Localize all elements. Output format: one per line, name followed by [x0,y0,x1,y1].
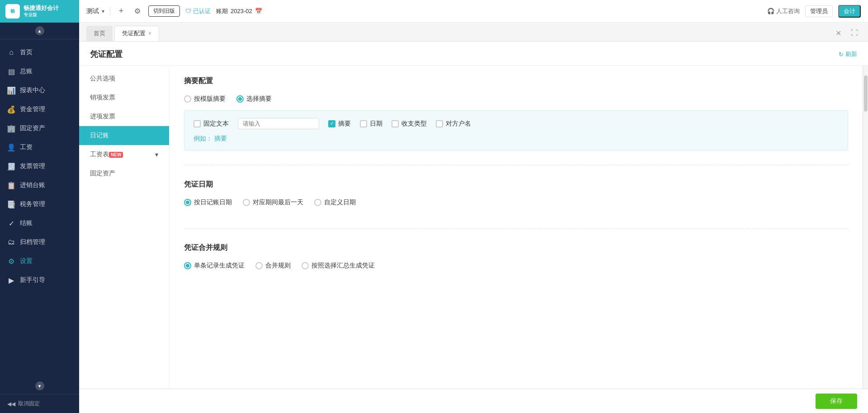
company-chevron-icon: ▾ [102,8,104,14]
date-section-title: 凭证日期 [184,180,848,189]
checkbox-date-box [360,120,367,127]
radio-by-selection[interactable]: 按照选择汇总生成凭证 [302,262,375,270]
sidebar-item-tax[interactable]: 📑 税务管理 [0,195,79,214]
topbar: 测试 ▾ + ⚙ 切到旧版 🛡 已认证 账期 2023-02 📅 🎧 人工咨询 … [79,0,868,23]
counterparty-label: 对方户名 [446,120,471,128]
radio-circle-select [236,95,244,103]
left-nav-purchase-invoice[interactable]: 进项发票 [79,107,169,126]
tab-close-icon[interactable]: × [148,30,151,37]
radio-journal-date[interactable]: 按日记账日期 [184,198,232,206]
pin-label: 取消固定 [18,400,40,408]
save-button[interactable]: 保存 [816,394,857,409]
radio-select-summary[interactable]: 选择摘要 [236,95,272,103]
content-wrapper: 公共选项 销项发票 进项发票 日记账 工资表 NEW ▾ [79,66,868,389]
archive-icon: 🗂 [7,238,15,246]
sidebar-item-trade[interactable]: 📋 进销台账 [0,176,79,195]
sidebar-item-ledger[interactable]: ▤ 总账 [0,62,79,81]
radio-custom-date[interactable]: 自定义日期 [314,198,356,206]
assets-icon: 🏢 [7,124,15,132]
tab-close-all-button[interactable]: ✕ [832,27,844,39]
logo-text: 畅捷通好会计 专业版 [24,5,59,18]
left-nav-sales-invoice[interactable]: 销项发票 [79,88,169,107]
left-nav-fixed-assets[interactable]: 固定资产 [79,164,169,183]
sidebar-item-reports[interactable]: 📊 报表中心 [0,81,79,100]
invoice-icon: 🧾 [7,162,15,170]
company-name: 测试 [86,7,99,15]
summary-options-box: 固定文本 摘要 日期 [184,110,848,150]
fixed-text-input[interactable] [238,118,319,129]
tab-expand-button[interactable]: ⛶ [848,27,861,39]
radio-journal-date-label: 按日记账日期 [194,198,232,206]
pin-icon: ◀◀ [7,401,15,407]
left-nav-payroll-table[interactable]: 工资表 NEW ▾ [79,145,169,164]
switch-old-version-button[interactable]: 切到旧版 [148,5,180,17]
bottom-bar: 保存 [79,389,868,413]
sidebar-item-assets[interactable]: 🏢 固定资产 [0,119,79,138]
payroll-chevron-icon: ▾ [155,151,158,158]
date-checkbox-label: 日期 [370,120,382,128]
radio-template-summary[interactable]: 按模版摘要 [184,95,226,103]
tax-icon: 📑 [7,200,15,208]
accounting-period[interactable]: 账期 2023-02 📅 [216,7,262,15]
period-value: 2023-02 [231,8,252,14]
sidebar-item-guide[interactable]: ▶ 新手引导 [0,271,79,290]
sidebar-item-settings[interactable]: ⚙ 设置 [0,252,79,271]
example-content: 摘要 [214,135,227,142]
refresh-button[interactable]: ↻ 刷新 [839,50,857,58]
sidebar-item-label: 结账 [20,219,33,227]
topbar-add-button[interactable]: + [116,6,127,17]
calendar-icon: 📅 [255,8,262,14]
user-button[interactable]: 管理员 [805,5,833,17]
left-nav-public[interactable]: 公共选项 [79,69,169,88]
voucher-date-section: 凭证日期 按日记账日期 对应期间最后一天 [184,180,848,229]
radio-circle-custom-date [314,199,321,206]
checkbox-summary[interactable]: 摘要 [328,120,351,128]
radio-custom-date-label: 自定义日期 [324,198,356,206]
sidebar-item-archive[interactable]: 🗂 归档管理 [0,233,79,252]
checkbox-fixed-text[interactable]: 固定文本 [193,120,229,128]
page-area: 凭证配置 ↻ 刷新 公共选项 销项发票 进项发票 [79,42,868,413]
merge-rules-section: 凭证合并规则 单条记录生成凭证 合并规则 [184,243,848,291]
checkbox-income-type[interactable]: 收支类型 [392,120,427,128]
radio-single-record[interactable]: 单条记录生成凭证 [184,262,245,270]
example-text: 例如： 摘要 [193,135,839,143]
topbar-settings-button[interactable]: ⚙ [132,6,143,17]
sidebar-item-label: 首页 [20,48,33,56]
tab-home[interactable]: 首页 [86,26,113,41]
radio-circle-journal-date [184,199,191,206]
sidebar-item-salary[interactable]: 👤 工资 [0,138,79,157]
new-badge: NEW [109,152,123,158]
tab-voucher-config[interactable]: 凭证配置 × [114,26,159,41]
left-nav-purchase-invoice-label: 进项发票 [90,113,115,121]
sidebar-item-label: 设置 [20,257,33,265]
sidebar-item-label: 归档管理 [20,238,45,246]
sidebar-item-home[interactable]: ⌂ 首页 [0,43,79,62]
radio-circle-selection [302,262,309,269]
left-nav-journal[interactable]: 日记账 [79,126,169,145]
sidebar-item-invoice[interactable]: 🧾 发票管理 [0,157,79,176]
home-icon: ⌂ [7,48,15,56]
role-button[interactable]: 会计 [838,5,861,18]
radio-merge-rules[interactable]: 合并规则 [255,262,291,270]
sidebar-item-settle[interactable]: ✓ 结账 [0,214,79,233]
sidebar-item-label: 进销台账 [20,181,45,189]
certified-icon: 🛡 [185,8,191,14]
sidebar-scroll-down[interactable]: ▼ [35,381,44,390]
sidebar-item-label: 固定资产 [20,124,45,132]
sidebar-scroll-up[interactable]: ▲ [35,26,44,35]
radio-last-day[interactable]: 对应期间最后一天 [243,198,303,206]
checkbox-counterparty[interactable]: 对方户名 [436,120,471,128]
checkbox-fixed-text-box [193,120,201,127]
company-selector[interactable]: 测试 ▾ [86,7,104,15]
checkbox-date[interactable]: 日期 [360,120,382,128]
right-scrollbar[interactable] [863,66,868,389]
settings-icon: ⚙ [7,257,15,265]
customer-support-btn[interactable]: 🎧 人工咨询 [767,7,800,15]
sidebar-pin-toggle[interactable]: ◀◀ 取消固定 [0,394,79,413]
sidebar: 畅 畅捷通好会计 专业版 ▲ ⌂ 首页 ▤ 总账 📊 报表中心 [0,0,79,413]
radio-selection-label: 按照选择汇总生成凭证 [311,262,375,270]
radio-template-label: 按模版摘要 [194,95,226,103]
sidebar-item-funds[interactable]: 💰 资金管理 [0,100,79,119]
page-header: 凭证配置 ↻ 刷新 [79,42,868,66]
example-prefix: 例如： [193,135,212,142]
